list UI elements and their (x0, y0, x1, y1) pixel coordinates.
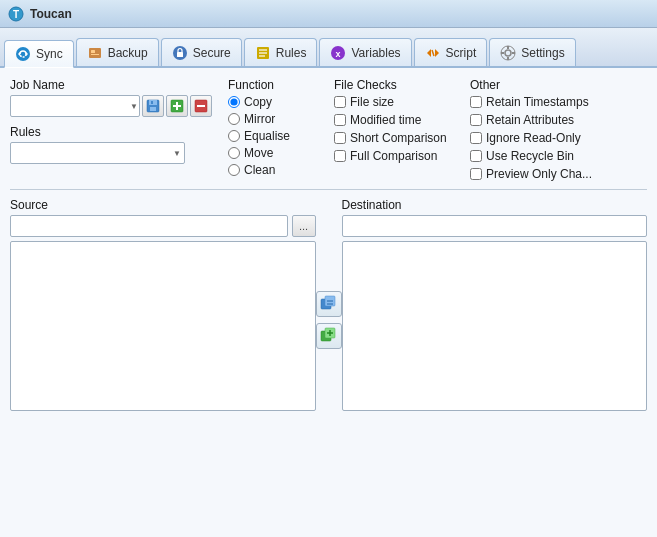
job-name-dropdown[interactable] (10, 95, 140, 117)
tab-rules[interactable]: Rules (244, 38, 318, 66)
preview-only-checkbox[interactable] (470, 168, 482, 180)
file-size-label: File size (350, 95, 394, 109)
job-name-dropdown-wrapper: ▼ (10, 95, 140, 117)
modified-time-checkbox[interactable] (334, 114, 346, 126)
other-label: Other (470, 78, 600, 92)
function-equalise-option[interactable]: Equalise (228, 129, 318, 143)
svg-text:x: x (336, 49, 341, 59)
modified-time-label: Modified time (350, 113, 421, 127)
tab-rules-label: Rules (276, 46, 307, 60)
function-move-label: Move (244, 146, 273, 160)
retain-attributes-option[interactable]: Retain Attributes (470, 113, 600, 127)
save-button[interactable] (142, 95, 164, 117)
copy-right-icon (320, 295, 338, 313)
rules-dropdown[interactable] (10, 142, 185, 164)
other-checkbox-group: Retain Timestamps Retain Attributes Igno… (470, 95, 600, 181)
tab-bar: Sync Backup Secure Rules x Variab (0, 28, 657, 68)
use-recycle-bin-option[interactable]: Use Recycle Bin (470, 149, 600, 163)
function-label: Function (228, 78, 318, 92)
full-comparison-checkbox[interactable] (334, 150, 346, 162)
remove-button[interactable] (190, 95, 212, 117)
sync-tab-icon (15, 46, 31, 62)
function-radio-group: Copy Mirror Equalise Move Clean (228, 95, 318, 177)
retain-attributes-checkbox[interactable] (470, 114, 482, 126)
function-equalise-radio[interactable] (228, 130, 240, 142)
use-recycle-bin-checkbox[interactable] (470, 150, 482, 162)
bottom-section: Source ... (10, 198, 647, 411)
job-name-controls: ▼ (10, 95, 212, 117)
tab-backup[interactable]: Backup (76, 38, 159, 66)
svg-point-19 (505, 50, 511, 56)
retain-attributes-label: Retain Attributes (486, 113, 574, 127)
source-label: Source (10, 198, 316, 212)
save-icon (146, 99, 160, 113)
section-divider (10, 189, 647, 190)
svg-marker-16 (427, 49, 431, 57)
destination-label: Destination (342, 198, 648, 212)
rules-section: Rules ▼ (10, 125, 212, 164)
tab-script-label: Script (446, 46, 477, 60)
function-move-option[interactable]: Move (228, 146, 318, 160)
svg-rect-5 (89, 48, 101, 58)
function-mirror-option[interactable]: Mirror (228, 112, 318, 126)
copy-to-destination-button[interactable] (316, 291, 342, 317)
svg-rect-21 (507, 46, 509, 49)
function-move-radio[interactable] (228, 147, 240, 159)
source-path-input[interactable] (10, 215, 288, 237)
add-destination-icon (320, 327, 338, 345)
function-section: Function Copy Mirror Equalise Move (228, 78, 318, 181)
destination-path-input[interactable] (342, 215, 648, 237)
short-comparison-checkbox[interactable] (334, 132, 346, 144)
add-to-destination-button[interactable] (316, 323, 342, 349)
retain-timestamps-option[interactable]: Retain Timestamps (470, 95, 600, 109)
use-recycle-bin-label: Use Recycle Bin (486, 149, 574, 163)
full-comparison-option[interactable]: Full Comparison (334, 149, 454, 163)
main-content: Job Name ▼ (0, 68, 657, 537)
tab-variables[interactable]: x Variables (319, 38, 411, 66)
file-size-checkbox[interactable] (334, 96, 346, 108)
app-icon: T (8, 6, 24, 22)
file-checks-section: File Checks File size Modified time Shor… (334, 78, 454, 181)
secure-tab-icon (172, 45, 188, 61)
tab-secure-label: Secure (193, 46, 231, 60)
app-title: Toucan (30, 7, 72, 21)
job-name-label: Job Name (10, 78, 212, 92)
svg-line-18 (432, 50, 434, 56)
source-browse-button[interactable]: ... (292, 215, 316, 237)
settings-tab-icon (500, 45, 516, 61)
function-mirror-label: Mirror (244, 112, 275, 126)
destination-file-list[interactable] (342, 241, 648, 411)
retain-timestamps-label: Retain Timestamps (486, 95, 589, 109)
preview-only-option[interactable]: Preview Only Cha... (470, 167, 600, 181)
short-comparison-label: Short Comparison (350, 131, 447, 145)
retain-timestamps-checkbox[interactable] (470, 96, 482, 108)
remove-icon (194, 99, 208, 113)
tab-variables-label: Variables (351, 46, 400, 60)
file-checks-label: File Checks (334, 78, 454, 92)
tab-script[interactable]: Script (414, 38, 488, 66)
svg-rect-27 (150, 107, 156, 111)
svg-rect-6 (91, 50, 95, 53)
file-size-option[interactable]: File size (334, 95, 454, 109)
function-clean-radio[interactable] (228, 164, 240, 176)
source-file-list[interactable] (10, 241, 316, 411)
top-section: Job Name ▼ (10, 78, 647, 181)
add-button[interactable] (166, 95, 188, 117)
function-copy-option[interactable]: Copy (228, 95, 318, 109)
function-clean-option[interactable]: Clean (228, 163, 318, 177)
tab-settings[interactable]: Settings (489, 38, 575, 66)
modified-time-option[interactable]: Modified time (334, 113, 454, 127)
tab-secure[interactable]: Secure (161, 38, 242, 66)
middle-buttons-section (316, 198, 342, 411)
function-mirror-radio[interactable] (228, 113, 240, 125)
tab-sync[interactable]: Sync (4, 40, 74, 68)
svg-rect-23 (501, 52, 504, 54)
browse-dots-label: ... (299, 220, 308, 232)
other-section: Other Retain Timestamps Retain Attribute… (470, 78, 600, 181)
function-copy-radio[interactable] (228, 96, 240, 108)
rules-dropdown-wrapper: ▼ (10, 142, 185, 164)
ignore-read-only-option[interactable]: Ignore Read-Only (470, 131, 600, 145)
job-name-section: Job Name ▼ (10, 78, 212, 117)
short-comparison-option[interactable]: Short Comparison (334, 131, 454, 145)
ignore-read-only-checkbox[interactable] (470, 132, 482, 144)
